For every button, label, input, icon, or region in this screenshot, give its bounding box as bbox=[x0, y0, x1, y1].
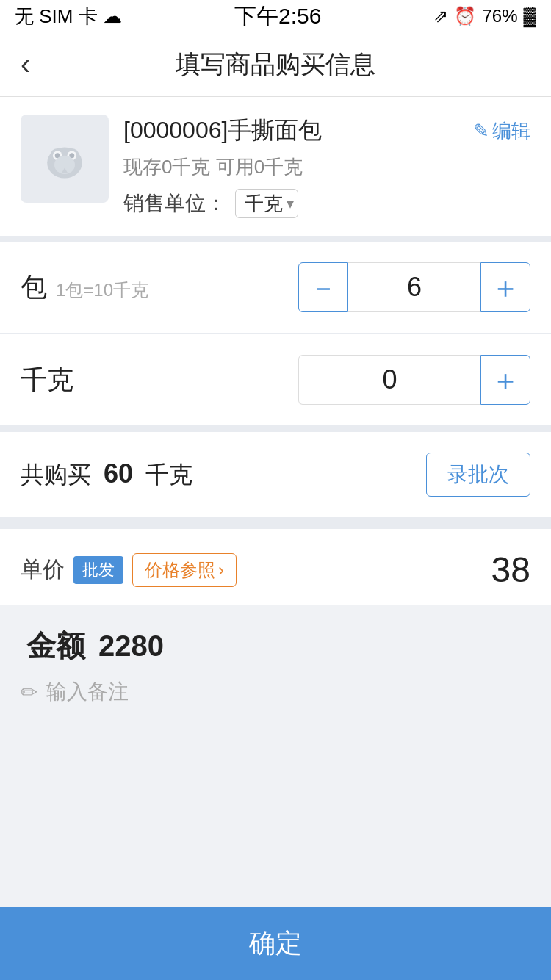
status-bar: 无 SIM 卡 ☁ 下午2:56 ⇗ ⏰ 76% ▓ bbox=[0, 0, 551, 32]
amount-label: 金额 bbox=[26, 630, 85, 662]
signal-text: 无 SIM 卡 ☁ bbox=[15, 4, 122, 29]
price-section: 单价 批发 价格参照 › 38 bbox=[0, 529, 551, 605]
price-ref-button[interactable]: 价格参照 › bbox=[132, 553, 237, 587]
location-icon: ⇗ bbox=[433, 6, 448, 26]
owl-logo bbox=[39, 133, 90, 184]
edit-icon: ✎ bbox=[473, 120, 489, 143]
price-label: 单价 bbox=[21, 555, 65, 585]
confirm-button[interactable]: 确定 bbox=[0, 907, 551, 980]
note-row[interactable]: ✏ 输入备注 bbox=[21, 678, 530, 706]
status-bar-left: 无 SIM 卡 ☁ bbox=[15, 4, 122, 29]
summary-prefix: 共购买 bbox=[21, 461, 91, 488]
confirm-label: 确定 bbox=[249, 926, 302, 962]
product-stock: 现存0千克 可用0千克 bbox=[123, 154, 530, 180]
battery-text: 76% bbox=[482, 6, 517, 26]
product-name: [0000006]手撕面包 bbox=[123, 115, 322, 147]
product-info: [0000006]手撕面包 ✎ 编辑 现存0千克 可用0千克 销售单位： 千克 bbox=[123, 115, 530, 218]
summary-text: 共购买 60 千克 bbox=[21, 458, 192, 491]
unit-select-wrapper[interactable]: 千克 bbox=[235, 189, 298, 218]
edit-button[interactable]: ✎ 编辑 bbox=[473, 118, 530, 144]
package-label: 包 bbox=[21, 270, 47, 306]
price-left: 单价 批发 价格参照 › bbox=[21, 553, 237, 587]
package-plus-button[interactable]: ＋ bbox=[480, 262, 530, 312]
kg-qty-input[interactable] bbox=[298, 355, 480, 405]
kg-label: 千克 bbox=[21, 362, 73, 398]
price-tag-button[interactable]: 批发 bbox=[73, 556, 123, 584]
back-button[interactable]: ‹ bbox=[21, 48, 30, 81]
package-sublabel: 1包=10千克 bbox=[56, 278, 148, 302]
kg-plus-button[interactable]: ＋ bbox=[480, 355, 530, 405]
unit-select[interactable]: 千克 bbox=[235, 189, 298, 218]
kg-qty-controls: ＋ bbox=[298, 355, 530, 405]
package-input-section: 包 1包=10千克 － ＋ bbox=[0, 242, 551, 334]
batch-button[interactable]: 录批次 bbox=[426, 453, 530, 497]
price-value: 38 bbox=[491, 550, 530, 590]
package-qty-input[interactable] bbox=[348, 262, 480, 312]
pencil-icon: ✏ bbox=[21, 680, 37, 705]
amount-section: 金额 2280 ✏ 输入备注 bbox=[0, 605, 551, 727]
product-image bbox=[21, 115, 109, 203]
package-qty-controls: － ＋ bbox=[298, 262, 530, 312]
page-title: 填写商品购买信息 bbox=[176, 48, 375, 82]
product-section: [0000006]手撕面包 ✎ 编辑 现存0千克 可用0千克 销售单位： 千克 bbox=[0, 97, 551, 242]
nav-bar: ‹ 填写商品购买信息 bbox=[0, 32, 551, 97]
summary-section: 共购买 60 千克 录批次 bbox=[0, 432, 551, 523]
package-minus-button[interactable]: － bbox=[298, 262, 348, 312]
unit-label: 销售单位： bbox=[123, 190, 226, 217]
status-bar-right: ⇗ ⏰ 76% ▓ bbox=[433, 6, 536, 26]
amount-value: 2280 bbox=[98, 630, 164, 662]
alarm-icon: ⏰ bbox=[454, 6, 476, 26]
status-bar-time: 下午2:56 bbox=[234, 1, 321, 32]
kg-input-section: 千克 ＋ bbox=[0, 334, 551, 426]
note-label: 输入备注 bbox=[46, 678, 129, 706]
amount-row: 金额 2280 bbox=[21, 626, 530, 666]
battery-icon: ▓ bbox=[524, 6, 537, 26]
price-ref-arrow: › bbox=[218, 560, 224, 580]
summary-unit: 千克 bbox=[145, 461, 192, 488]
summary-quantity: 60 bbox=[104, 458, 133, 489]
